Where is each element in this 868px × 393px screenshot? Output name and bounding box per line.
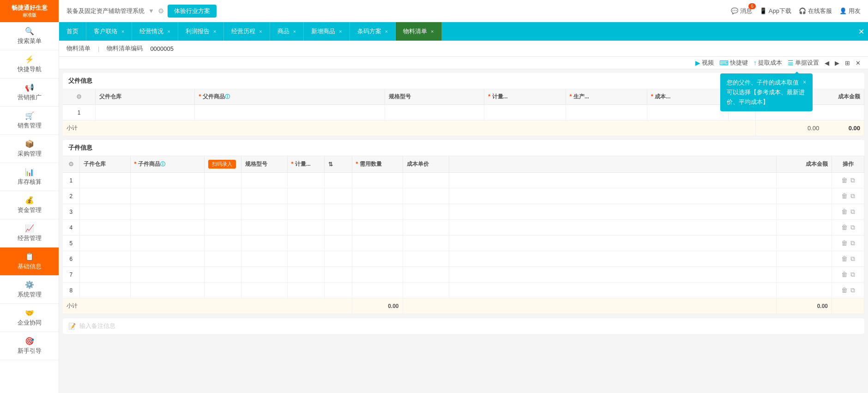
trial-btn[interactable]: 体验行业方案 bbox=[168, 5, 217, 18]
parent-th-gear[interactable]: ⚙ bbox=[63, 89, 96, 105]
sidebar-item-0[interactable]: 🔍搜索菜单 bbox=[0, 22, 59, 50]
child-cell-qty-1[interactable] bbox=[352, 188, 403, 204]
child-cell-warehouse-3[interactable] bbox=[79, 220, 130, 236]
child-cell-product-2[interactable] bbox=[130, 204, 204, 220]
child-cell-spec-4[interactable] bbox=[241, 236, 287, 251]
child-cell-scan-0[interactable] bbox=[204, 173, 241, 188]
child-cell-qty-0[interactable] bbox=[352, 173, 403, 188]
sidebar-item-2[interactable]: 📢营销推广 bbox=[0, 79, 59, 107]
delete-icon-5[interactable]: 🗑 bbox=[841, 255, 848, 263]
copy-icon-2[interactable]: ⧉ bbox=[850, 208, 855, 216]
sidebar-item-3[interactable]: 🛒销售管理 bbox=[0, 107, 59, 135]
child-cell-unit-1[interactable] bbox=[287, 188, 324, 204]
sidebar-item-5[interactable]: 📊库存核算 bbox=[0, 163, 59, 191]
child-cell-unitprice-1[interactable] bbox=[403, 188, 449, 204]
shortcut-btn[interactable]: ⌨ 快捷键 bbox=[719, 59, 748, 67]
sidebar-item-8[interactable]: 📋基础信息 bbox=[0, 248, 59, 276]
delete-icon-0[interactable]: 🗑 bbox=[841, 176, 848, 184]
child-cell-qty-7[interactable] bbox=[352, 283, 403, 298]
delete-icon-6[interactable]: 🗑 bbox=[841, 271, 848, 278]
child-cell-unit-4[interactable] bbox=[287, 236, 324, 251]
child-cell-spec-7[interactable] bbox=[241, 283, 287, 298]
nav-tab-1[interactable]: 客户联络× bbox=[86, 22, 132, 41]
nav-tab-2[interactable]: 经营情况× bbox=[132, 22, 178, 41]
child-cell-unitprice-0[interactable] bbox=[403, 173, 449, 188]
nav-tab-0[interactable]: 首页 bbox=[59, 22, 86, 41]
nav-forward-btn[interactable]: ▶ bbox=[835, 60, 839, 67]
message-badge[interactable]: 💬 消息 6 bbox=[731, 7, 752, 15]
breadcrumb-item-1[interactable]: 物料清单 bbox=[66, 44, 90, 53]
child-cell-qty-6[interactable] bbox=[352, 267, 403, 283]
user-menu[interactable]: 👤 用友 bbox=[839, 7, 861, 15]
nav-tab-close-3[interactable]: × bbox=[213, 29, 216, 34]
child-cell-warehouse-5[interactable] bbox=[79, 251, 130, 267]
child-cell-product-7[interactable] bbox=[130, 283, 204, 298]
copy-icon-5[interactable]: ⧉ bbox=[850, 255, 855, 263]
child-cell-unitprice-6[interactable] bbox=[403, 267, 449, 283]
child-cell-spec-3[interactable] bbox=[241, 220, 287, 236]
copy-icon-7[interactable]: ⧉ bbox=[850, 286, 855, 294]
grid-btn[interactable]: ⊞ bbox=[845, 60, 850, 67]
parent-cell-cost[interactable] bbox=[647, 105, 728, 121]
nav-tab-7[interactable]: 条码方案× bbox=[350, 22, 396, 41]
sidebar-item-9[interactable]: ⚙️系统管理 bbox=[0, 276, 59, 304]
parent-cell-warehouse[interactable] bbox=[96, 105, 195, 121]
child-cell-amount-0[interactable] bbox=[777, 173, 832, 188]
child-cell-amount-7[interactable] bbox=[777, 283, 832, 298]
child-cell-unitprice-2[interactable] bbox=[403, 204, 449, 220]
child-cell-scan-6[interactable] bbox=[204, 267, 241, 283]
sidebar-item-4[interactable]: 📦采购管理 bbox=[0, 135, 59, 163]
nav-tab-3[interactable]: 利润报告× bbox=[178, 22, 224, 41]
child-cell-unit-5[interactable] bbox=[287, 251, 324, 267]
child-cell-qty-4[interactable] bbox=[352, 236, 403, 251]
tooltip-close-btn[interactable]: × bbox=[803, 78, 806, 87]
child-cell-amount-3[interactable] bbox=[777, 220, 832, 236]
child-cell-scan-1[interactable] bbox=[204, 188, 241, 204]
child-cell-qty-2[interactable] bbox=[352, 204, 403, 220]
sidebar-item-1[interactable]: ⚡快捷导航 bbox=[0, 50, 59, 79]
child-cell-scan-5[interactable] bbox=[204, 251, 241, 267]
child-cell-amount-2[interactable] bbox=[777, 204, 832, 220]
child-cell-unitprice-4[interactable] bbox=[403, 236, 449, 251]
child-cell-amount-6[interactable] bbox=[777, 267, 832, 283]
app-download[interactable]: 📱 App下载 bbox=[760, 7, 791, 15]
delete-icon-3[interactable]: 🗑 bbox=[841, 224, 848, 231]
parent-cell-spec[interactable] bbox=[385, 105, 484, 121]
child-cell-warehouse-4[interactable] bbox=[79, 236, 130, 251]
sidebar-item-11[interactable]: 🎯新手引导 bbox=[0, 332, 59, 360]
child-cell-unitprice-3[interactable] bbox=[403, 220, 449, 236]
parent-cell-product[interactable] bbox=[195, 105, 385, 121]
copy-icon-6[interactable]: ⧉ bbox=[850, 271, 855, 278]
nav-close-all[interactable]: ✕ bbox=[855, 27, 868, 36]
parent-cell-unit[interactable] bbox=[484, 105, 566, 121]
child-th-gear[interactable]: ⚙ bbox=[63, 156, 79, 173]
copy-icon-3[interactable]: ⧉ bbox=[850, 224, 855, 231]
child-cell-product-1[interactable] bbox=[130, 188, 204, 204]
child-cell-unitprice-5[interactable] bbox=[403, 251, 449, 267]
child-cell-unit-0[interactable] bbox=[287, 173, 324, 188]
child-cell-scan-4[interactable] bbox=[204, 236, 241, 251]
child-cell-unitprice-7[interactable] bbox=[403, 283, 449, 298]
delete-icon-2[interactable]: 🗑 bbox=[841, 208, 848, 216]
copy-icon-1[interactable]: ⧉ bbox=[850, 192, 855, 200]
child-cell-amount-4[interactable] bbox=[777, 236, 832, 251]
note-placeholder[interactable]: 输入备注信息 bbox=[79, 322, 115, 330]
child-cell-spec-2[interactable] bbox=[241, 204, 287, 220]
copy-icon-0[interactable]: ⧉ bbox=[850, 176, 855, 184]
child-cell-product-4[interactable] bbox=[130, 236, 204, 251]
child-cell-amount-1[interactable] bbox=[777, 188, 832, 204]
child-cell-spec-1[interactable] bbox=[241, 188, 287, 204]
delete-icon-4[interactable]: 🗑 bbox=[841, 239, 848, 247]
extract-cost-btn[interactable]: ↑ 提取成本 bbox=[753, 59, 782, 67]
child-cell-warehouse-2[interactable] bbox=[79, 204, 130, 220]
child-cell-unit-3[interactable] bbox=[287, 220, 324, 236]
parent-cell-produce[interactable] bbox=[566, 105, 647, 121]
nav-tab-5[interactable]: 商品× bbox=[270, 22, 304, 41]
nav-tab-close-1[interactable]: × bbox=[121, 29, 124, 34]
nav-tab-close-2[interactable]: × bbox=[167, 29, 170, 34]
nav-tab-close-8[interactable]: × bbox=[431, 29, 434, 34]
nav-tab-6[interactable]: 新增商品× bbox=[304, 22, 350, 41]
nav-tab-4[interactable]: 经营历程× bbox=[224, 22, 270, 41]
topbar-dropdown-arrow[interactable]: ▼ bbox=[148, 7, 154, 14]
child-cell-spec-5[interactable] bbox=[241, 251, 287, 267]
